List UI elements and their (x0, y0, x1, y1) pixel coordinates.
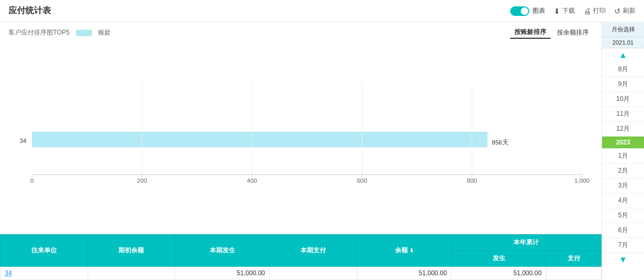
main-area: 客户应付排序图TOP5 账龄 按账龄排序 按余额排序 34 856天 (0, 22, 644, 280)
refresh-button[interactable]: ↺ 刷新 (614, 6, 636, 15)
sidebar-month-item[interactable]: 1月 (602, 149, 644, 164)
sidebar-month-item[interactable]: 7月 (602, 238, 644, 253)
svg-text:1,000: 1,000 (574, 177, 590, 184)
sidebar-header: 月份选择 (602, 22, 644, 37)
th-col7: 支付 (546, 251, 602, 267)
right-sidebar: 月份选择 2021.01 ▲ 8月9月10月11月12月20231月2月3月4月… (602, 22, 644, 280)
sidebar-month-item[interactable]: 9月 (602, 77, 644, 92)
chart-section: 客户应付排序图TOP5 账龄 按账龄排序 按余额排序 34 856天 (0, 22, 602, 280)
td-col3: 51,000.00 (175, 267, 270, 280)
svg-text:856天: 856天 (492, 139, 509, 146)
sidebar-month-item[interactable]: 3月 (602, 179, 644, 193)
td-col2 (88, 267, 175, 280)
refresh-label: 刷新 (623, 6, 636, 15)
td-col1[interactable]: 34 (1, 267, 88, 280)
sidebar-month-item[interactable]: 11月 (602, 107, 644, 122)
table-row: 3451,000.0051,000.0051,000.00 (1, 267, 602, 280)
svg-text:400: 400 (247, 177, 257, 184)
scroll-down-arrow[interactable]: ▼ (602, 253, 644, 267)
sidebar-month-item[interactable]: 8月 (602, 62, 644, 77)
td-col6: 51,000.00 (451, 267, 546, 280)
svg-text:600: 600 (357, 177, 367, 184)
svg-text:0: 0 (30, 177, 33, 184)
sidebar-month-item[interactable]: 10月 (602, 92, 644, 107)
chart-sort-buttons: 按账龄排序 按余额排序 (510, 27, 593, 39)
svg-text:34: 34 (20, 138, 27, 144)
th-col3: 本期发生 (175, 235, 270, 267)
th-group: 本年累计 (451, 235, 601, 251)
chart-legend: 客户应付排序图TOP5 账龄 (8, 28, 111, 37)
toggle-switch[interactable] (510, 6, 529, 16)
sidebar-month-item[interactable]: 6月 (602, 223, 644, 238)
th-col6: 发生 (451, 251, 546, 267)
svg-text:200: 200 (137, 177, 147, 184)
print-button[interactable]: 🖨 打印 (583, 6, 606, 15)
toggle-label: 图表 (533, 6, 545, 15)
td-col7 (546, 267, 602, 280)
th-col4: 本期支付 (270, 235, 357, 267)
download-label: 下载 (562, 6, 575, 15)
svg-rect-1 (32, 132, 487, 147)
print-icon: 🖨 (583, 7, 591, 15)
page-title: 应付统计表 (8, 5, 51, 16)
chart-toggle[interactable]: 图表 (510, 6, 545, 16)
sidebar-month-item[interactable]: 4月 (602, 193, 644, 208)
print-label: 打印 (593, 6, 606, 15)
sidebar-month-item[interactable]: 5月 (602, 208, 644, 223)
th-col1: 往来单位 (1, 235, 88, 267)
app-header: 应付统计表 图表 ⬇ 下载 🖨 打印 ↺ 刷新 (0, 0, 644, 22)
chart-area: 34 856天 0 200 400 600 800 1,000 (0, 43, 602, 234)
legend-color-label: 账龄 (98, 28, 111, 37)
sidebar-year-label: 2023 (602, 137, 644, 149)
sidebar-month-item[interactable]: 2月 (602, 164, 644, 179)
bar-chart: 34 856天 0 200 400 600 800 1,000 (4, 47, 593, 230)
sidebar-current-date[interactable]: 2021.01 (602, 37, 644, 48)
sort-by-balance-button[interactable]: 按账龄排序 (510, 27, 551, 39)
legend-title: 客户应付排序图TOP5 (8, 28, 70, 37)
th-col2: 期初余额 (88, 235, 175, 267)
td-col4 (270, 267, 357, 280)
table-section: 往来单位 期初余额 本期发生 本期支付 余额 ⬇ 本年累计 发生 支付 (0, 234, 602, 280)
download-icon: ⬇ (554, 7, 560, 15)
legend-color-box (76, 30, 92, 36)
sidebar-month-item[interactable]: 12月 (602, 122, 644, 137)
chart-header: 客户应付排序图TOP5 账龄 按账龄排序 按余额排序 (0, 22, 602, 43)
refresh-icon: ↺ (614, 7, 621, 15)
header-actions: 图表 ⬇ 下载 🖨 打印 ↺ 刷新 (510, 6, 636, 16)
sort-by-amount-button[interactable]: 按余额排序 (553, 27, 593, 39)
scroll-up-arrow[interactable]: ▲ (602, 48, 644, 62)
download-button[interactable]: ⬇ 下载 (554, 6, 575, 15)
td-col5: 51,000.00 (357, 267, 451, 280)
svg-text:800: 800 (467, 177, 477, 184)
sidebar-months: 8月9月10月11月12月20231月2月3月4月5月6月7月 (602, 62, 644, 253)
data-table: 往来单位 期初余额 本期发生 本期支付 余额 ⬇ 本年累计 发生 支付 (0, 234, 602, 280)
th-col5: 余额 ⬇ (357, 235, 451, 267)
